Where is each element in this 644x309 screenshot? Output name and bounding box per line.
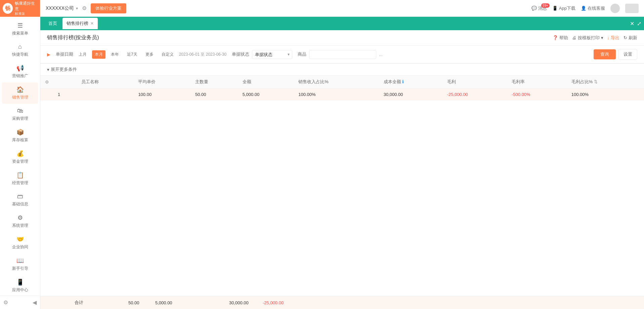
sidebar-item-enterprise[interactable]: 🤝 企业协同 xyxy=(2,232,38,253)
sidebar-item-label: 经营管理 xyxy=(12,180,28,186)
table-container: ⚙ 员工名称 平均单价 主数量 全额 销售收入占比% 成本全额 ℹ 毛利 毛利率… xyxy=(40,75,644,309)
sidebar-item-quick-nav[interactable]: ⌂ 快捷导航 xyxy=(2,40,38,61)
table-header: ⚙ 员工名称 平均单价 主数量 全额 销售收入占比% 成本全额 ℹ 毛利 毛利率… xyxy=(40,75,644,89)
settings-bottom-icon[interactable]: ⚙ xyxy=(3,299,8,306)
sidebar-item-label: 应用中心 xyxy=(12,287,28,293)
message-button[interactable]: 💬 消息 99+ xyxy=(531,5,547,11)
td-employee xyxy=(77,89,134,101)
column-settings-icon[interactable]: ⚙ xyxy=(45,80,49,85)
td-main-qty: 50.00 xyxy=(191,89,239,101)
expand-icon: ▾ xyxy=(47,67,49,72)
trial-button[interactable]: 体验行业方案 xyxy=(91,3,126,13)
sidebar-item-basic-info[interactable]: 🗃 基础信息 xyxy=(2,190,38,210)
operations-icon: 📋 xyxy=(16,171,24,179)
footer-amount: 5,000.00 xyxy=(151,300,185,305)
sidebar-bottom: ⚙ ◀ xyxy=(0,296,40,309)
query-button[interactable]: 查询 xyxy=(594,49,616,59)
table-row: 1 100.00 50.00 5,000.00 100.00% 30,000.0… xyxy=(40,89,644,101)
company-name: XXXXXX公司 xyxy=(46,5,74,11)
table-footer: 合计 50.00 5,000.00 30,000.00 -25,000.00 xyxy=(40,296,644,309)
date-btn-last-month[interactable]: 上月 xyxy=(76,50,89,59)
sidebar-item-label: 搜索菜单 xyxy=(12,31,28,36)
sidebar-item-label: 销售管理 xyxy=(12,95,28,100)
date-filter-group: 单据日期 上月 本月 本年 近7天 更多 自定义 2023-06-01 至 20… xyxy=(56,50,226,59)
filter-bar: ▶ 单据日期 上月 本月 本年 近7天 更多 自定义 2023-06-01 至 … xyxy=(40,46,644,63)
print-dropdown-icon: ▾ xyxy=(601,35,603,40)
td-cost: 30,000.00 xyxy=(380,89,443,101)
sidebar-item-label: 新手引导 xyxy=(12,266,28,271)
date-range-display: 2023-06-01 至 2023-06-30 xyxy=(179,52,226,57)
cost-info-icon[interactable]: ℹ xyxy=(402,79,404,84)
tab-home[interactable]: 首页 xyxy=(43,18,62,29)
sidebar-item-label: 企业协同 xyxy=(12,244,28,250)
company-dropdown-icon: ▾ xyxy=(76,6,78,11)
tab-sales-rank[interactable]: 销售排行榜 ✕ xyxy=(62,18,98,29)
username-display xyxy=(625,4,639,13)
sidebar-item-finance[interactable]: 💰 资金管理 xyxy=(2,147,38,168)
export-button[interactable]: ↓ 导出 xyxy=(607,35,620,41)
status-select[interactable]: 单据状态 xyxy=(252,50,292,59)
sidebar-item-purchase[interactable]: 🛍 采购管理 xyxy=(2,104,38,125)
sidebar-item-sales[interactable]: 🏠 销售管理 xyxy=(2,83,38,104)
goods-filter-group: 商品 ... xyxy=(298,50,383,59)
tab-close-icon[interactable]: ✕ xyxy=(90,21,94,26)
finance-icon: 💰 xyxy=(16,150,24,157)
footer-cost: 30,000.00 xyxy=(225,300,259,305)
page-actions: ❓ 帮助 🖨 按模板打印 ▾ ↓ 导出 ↻ 刷新 xyxy=(553,35,638,45)
filter-toggle[interactable]: ▶ xyxy=(47,52,50,57)
settings-button[interactable]: 设置 xyxy=(618,49,637,60)
template-print-button[interactable]: 🖨 按模板打印 ▾ xyxy=(572,35,603,41)
sidebar-item-inventory[interactable]: 📦 库存核算 xyxy=(2,125,38,146)
sidebar-item-label: 基础信息 xyxy=(12,201,28,207)
status-select-wrapper: 单据状态 xyxy=(252,50,292,59)
expand-label: 展开更多条件 xyxy=(51,66,77,72)
date-btn-custom[interactable]: 自定义 xyxy=(159,50,176,59)
td-gross-pct: 100.00% xyxy=(567,89,644,101)
refresh-button[interactable]: ↻ 刷新 xyxy=(624,35,637,41)
inventory-icon: 📦 xyxy=(16,128,24,136)
enterprise-icon: 🤝 xyxy=(16,236,24,243)
expand-more-button[interactable]: ▾ 展开更多条件 xyxy=(47,66,637,72)
date-btn-this-month[interactable]: 本月 xyxy=(92,50,105,59)
company-selector[interactable]: XXXXXX公司 ▾ xyxy=(46,5,78,11)
th-gross-rate: 毛利率 xyxy=(508,75,567,89)
online-service-button[interactable]: 👤 在线客服 xyxy=(581,5,605,11)
avatar[interactable] xyxy=(610,4,620,13)
collapse-sidebar-icon[interactable]: ◀ xyxy=(33,299,37,306)
td-sales-pct: 100.00% xyxy=(294,89,380,101)
td-avg-price: 100.00 xyxy=(134,89,191,101)
top-header: XXXXXX公司 ▾ ⚙ 体验行业方案 💬 消息 99+ 📱 App下载 👤 在… xyxy=(40,0,644,17)
td-gross: -25,000.00 xyxy=(443,89,508,101)
sidebar-item-search[interactable]: ☰ 搜索菜单 xyxy=(2,18,38,40)
date-btn-7days[interactable]: 近7天 xyxy=(124,50,140,59)
sidebar-item-label: 快捷导航 xyxy=(12,52,28,57)
goods-input[interactable] xyxy=(309,50,376,59)
td-gross-rate: -500.00% xyxy=(508,89,567,101)
content-area: 销售排行榜(按业务员) ❓ 帮助 🖨 按模板打印 ▾ ↓ 导出 ↻ 刷新 xyxy=(40,30,644,309)
th-employee: 员工名称 xyxy=(77,75,134,89)
help-icon: ❓ xyxy=(553,35,558,40)
refresh-icon: ↻ xyxy=(624,35,627,40)
sidebar-item-operations[interactable]: 📋 经营管理 xyxy=(2,168,38,189)
date-filter-label: 单据日期 xyxy=(56,51,73,57)
footer-gross: -25,000.00 xyxy=(259,300,292,305)
settings-icon[interactable]: ⚙ xyxy=(82,5,87,11)
sidebar-item-label: 库存核算 xyxy=(12,137,28,143)
th-rank xyxy=(54,75,77,89)
footer-label: 合计 xyxy=(71,300,97,306)
sidebar-item-system[interactable]: ⚙ 系统管理 xyxy=(2,211,38,232)
th-settings: ⚙ xyxy=(40,75,54,89)
more-filter-btn[interactable]: ... xyxy=(379,52,383,57)
sidebar-item-guide[interactable]: 📖 新手引导 xyxy=(2,254,38,275)
date-btn-more[interactable]: 更多 xyxy=(143,50,156,59)
app-download-button[interactable]: 📱 App下载 xyxy=(552,5,575,11)
date-btn-this-year[interactable]: 本年 xyxy=(108,50,122,59)
table-body: 1 100.00 50.00 5,000.00 100.00% 30,000.0… xyxy=(40,89,644,101)
sidebar-item-app-center[interactable]: 📱 应用中心 xyxy=(2,275,38,296)
tab-close-window-icon[interactable]: ✕ xyxy=(630,20,634,27)
gross-pct-sort-icon[interactable]: ⇅ xyxy=(594,79,598,84)
sidebar-item-marketing[interactable]: 📢 营销推广 xyxy=(2,61,38,82)
help-button[interactable]: ❓ 帮助 xyxy=(553,35,568,41)
tab-maximize-icon[interactable]: ⤢ xyxy=(637,20,641,27)
td-amount: 5,000.00 xyxy=(239,89,295,101)
